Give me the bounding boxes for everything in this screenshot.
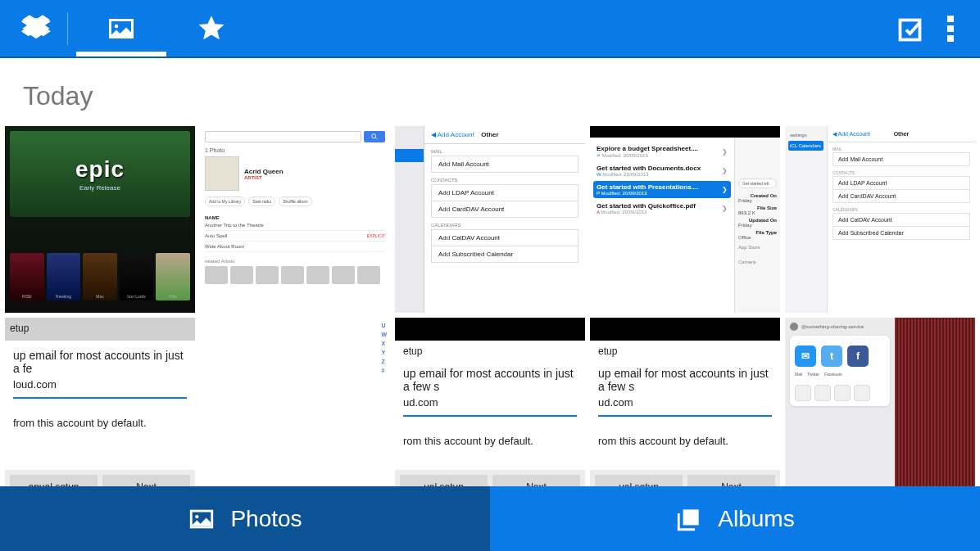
chevron-right-icon: ❯ (722, 186, 728, 193)
photo-icon (188, 505, 216, 533)
overflow-icon[interactable] (934, 6, 967, 52)
poster-sub: Early Release (79, 184, 120, 192)
thumbnail[interactable]: 1 Photo Acrid Queen ARTIST Add to My Lib… (200, 126, 390, 313)
thumbnail[interactable]: etup up email for most accounts in just … (5, 318, 195, 486)
chevron-right-icon: ❯ (722, 148, 728, 156)
svg-rect-4 (947, 25, 954, 32)
thumbnail[interactable]: etup up email for most accounts in just … (395, 318, 585, 486)
thumbnail[interactable]: etup up email for most accounts in just … (590, 318, 780, 486)
tab-photos[interactable] (76, 0, 166, 56)
chevron-right-icon: ❯ (722, 167, 728, 174)
chevron-right-icon: ❯ (722, 205, 728, 212)
search-icon (364, 131, 385, 142)
alphabet-index: U W X Y Z # (381, 323, 387, 373)
thumbnail[interactable]: Explore a budget Spreadsheet....✕ Modifi… (590, 126, 780, 313)
svg-point-1 (115, 24, 119, 28)
dropbox-icon[interactable] (13, 6, 59, 52)
select-icon[interactable] (888, 6, 934, 52)
thumbnail[interactable]: epic Early Release RISE Hawking Max Iron… (5, 126, 195, 313)
tab-label: Photos (230, 506, 302, 532)
content-area: Today epic Early Release RISE Hawking Ma… (0, 58, 980, 486)
divider (67, 12, 68, 45)
thumbnail[interactable]: @something-sharing-service ✉ t f Mail Tw… (785, 318, 975, 486)
thumbnail[interactable]: U W X Y Z # (200, 318, 390, 486)
svg-rect-3 (947, 16, 954, 22)
tab-photos-bottom[interactable]: Photos (0, 486, 490, 551)
albums-icon (675, 505, 703, 533)
bottom-tab-bar: Photos Albums (0, 486, 980, 551)
svg-point-6 (372, 134, 376, 138)
section-header: Today (0, 58, 980, 126)
thumbnail[interactable]: settings iCL Calendars ◀ Add AccountOthe… (785, 126, 975, 313)
twitter-icon: t (821, 346, 842, 367)
photo-grid: epic Early Release RISE Hawking Max Iron… (0, 126, 980, 486)
thumbnail[interactable]: ◀ Add Account Other MailAdd Mail Account… (395, 126, 585, 313)
tab-favorites[interactable] (166, 0, 256, 56)
album-art (205, 156, 239, 191)
svg-point-8 (196, 515, 199, 518)
tab-label: Albums (718, 506, 794, 532)
svg-rect-2 (901, 20, 920, 39)
svg-rect-5 (947, 35, 954, 42)
tab-albums-bottom[interactable]: Albums (490, 486, 980, 551)
top-tabs (76, 0, 256, 56)
poster-title: epic (75, 156, 125, 183)
svg-rect-9 (683, 508, 700, 526)
building-photo (895, 318, 975, 486)
mini-posters: RISE Hawking Max Iron Lords Alfie (5, 222, 195, 304)
mail-icon: ✉ (795, 346, 816, 367)
facebook-icon: f (847, 346, 869, 367)
poster: epic Early Release (10, 131, 190, 217)
top-app-bar (0, 0, 980, 58)
back-link: ◀ Add Account (431, 131, 474, 138)
